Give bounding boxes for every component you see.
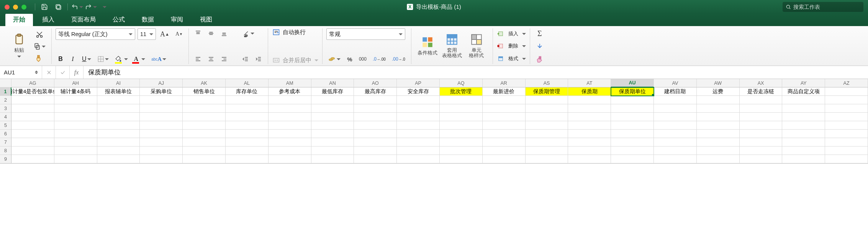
cell[interactable] xyxy=(568,104,611,113)
cell[interactable] xyxy=(654,146,697,155)
window-maximize-button[interactable] xyxy=(21,5,26,10)
cell[interactable]: 参考成本 xyxy=(269,87,311,96)
cell[interactable] xyxy=(140,155,183,163)
cell[interactable] xyxy=(269,138,311,146)
cell[interactable] xyxy=(654,121,697,130)
cell[interactable] xyxy=(354,121,397,130)
cell[interactable] xyxy=(782,138,825,146)
cell[interactable] xyxy=(269,113,311,121)
cell[interactable]: 报表辅单位 xyxy=(97,87,140,96)
cell[interactable] xyxy=(311,113,354,121)
align-middle-icon[interactable] xyxy=(206,28,216,38)
cell[interactable] xyxy=(568,121,611,130)
cell[interactable] xyxy=(183,113,226,121)
cell[interactable] xyxy=(526,130,568,138)
cell[interactable] xyxy=(354,138,397,146)
cell[interactable] xyxy=(697,104,740,113)
row-header[interactable]: 8 xyxy=(0,146,11,155)
column-header[interactable]: AN xyxy=(311,79,354,87)
cell[interactable] xyxy=(226,130,269,138)
cell[interactable] xyxy=(483,130,526,138)
cell[interactable] xyxy=(782,130,825,138)
cell[interactable] xyxy=(226,96,269,104)
cell[interactable] xyxy=(526,146,568,155)
cell[interactable] xyxy=(354,155,397,163)
number-format-combo[interactable]: 常规 xyxy=(326,28,405,40)
cell[interactable] xyxy=(183,96,226,104)
cell[interactable] xyxy=(654,130,697,138)
cell[interactable] xyxy=(526,121,568,130)
currency-icon[interactable] xyxy=(326,54,342,64)
font-color-button[interactable]: A xyxy=(132,54,147,64)
increase-decimal-icon[interactable]: .0→.00 xyxy=(371,54,388,64)
decrease-font-icon[interactable]: A▼ xyxy=(174,29,185,39)
wrap-text-button[interactable]: 自动换行 xyxy=(272,28,318,36)
cell[interactable] xyxy=(97,121,140,130)
cell[interactable] xyxy=(397,121,440,130)
cell[interactable] xyxy=(440,130,483,138)
cell[interactable] xyxy=(140,146,183,155)
cell[interactable] xyxy=(440,146,483,155)
cell[interactable] xyxy=(568,96,611,104)
cell[interactable] xyxy=(825,121,868,130)
cell[interactable] xyxy=(11,130,54,138)
spreadsheet-grid[interactable]: AGAHAIAJAKALAMANAOAPAQARASATAUAVAWAXAYAZ… xyxy=(0,79,868,164)
cell[interactable] xyxy=(611,96,654,104)
cell[interactable] xyxy=(183,121,226,130)
tab-review[interactable]: 审阅 xyxy=(163,13,191,26)
name-box-stepper[interactable] xyxy=(35,69,38,76)
fx-icon[interactable]: fx xyxy=(70,66,84,79)
cell[interactable] xyxy=(397,104,440,113)
cell[interactable] xyxy=(97,96,140,104)
cell[interactable] xyxy=(11,104,54,113)
align-center-icon[interactable] xyxy=(206,54,216,64)
cell[interactable] xyxy=(183,130,226,138)
row-header[interactable]: 2 xyxy=(0,96,11,104)
cell[interactable] xyxy=(568,113,611,121)
cell[interactable] xyxy=(825,146,868,155)
borders-button[interactable] xyxy=(95,54,111,64)
cell[interactable] xyxy=(11,113,54,121)
customize-qat-icon[interactable] xyxy=(98,2,111,12)
column-header[interactable]: AW xyxy=(697,79,740,87)
cell[interactable] xyxy=(397,96,440,104)
column-header[interactable]: AI xyxy=(97,79,140,87)
cell[interactable] xyxy=(11,155,54,163)
cell[interactable] xyxy=(611,113,654,121)
cell[interactable]: 建档日期 xyxy=(654,87,697,96)
cell[interactable] xyxy=(782,104,825,113)
cell[interactable] xyxy=(397,155,440,163)
cell[interactable] xyxy=(611,155,654,163)
cell[interactable] xyxy=(183,104,226,113)
align-bottom-icon[interactable] xyxy=(219,28,229,38)
cell[interactable] xyxy=(568,146,611,155)
cell[interactable] xyxy=(740,130,783,138)
undo-icon[interactable] xyxy=(71,2,83,12)
cell[interactable] xyxy=(526,155,568,163)
cell[interactable] xyxy=(183,138,226,146)
format-painter-icon[interactable] xyxy=(31,53,47,63)
cell[interactable] xyxy=(740,138,783,146)
cell[interactable]: 安全库存 xyxy=(397,87,440,96)
row-header[interactable]: 9 xyxy=(0,155,11,163)
font-name-combo[interactable]: 等线 Regular (正文) xyxy=(56,28,135,40)
cell-style-button[interactable]: 单元 格样式 xyxy=(464,28,489,63)
cell[interactable] xyxy=(54,113,97,121)
cell[interactable] xyxy=(54,121,97,130)
cell[interactable] xyxy=(483,121,526,130)
orientation-icon[interactable]: ab xyxy=(240,28,256,38)
cell[interactable] xyxy=(269,121,311,130)
percent-icon[interactable]: % xyxy=(345,54,355,64)
column-header[interactable]: AO xyxy=(354,79,397,87)
tab-formulas[interactable]: 公式 xyxy=(105,13,133,26)
save-all-icon[interactable] xyxy=(52,2,64,12)
cancel-formula-icon[interactable] xyxy=(42,66,56,79)
cell[interactable] xyxy=(354,146,397,155)
cell[interactable] xyxy=(311,155,354,163)
select-all-corner[interactable] xyxy=(0,79,11,87)
cell[interactable] xyxy=(311,138,354,146)
column-header[interactable]: AY xyxy=(782,79,825,87)
row-header[interactable]: 5 xyxy=(0,121,11,130)
decrease-decimal-icon[interactable]: .00→.0 xyxy=(390,54,407,64)
cell[interactable]: 销售单位 xyxy=(183,87,226,96)
